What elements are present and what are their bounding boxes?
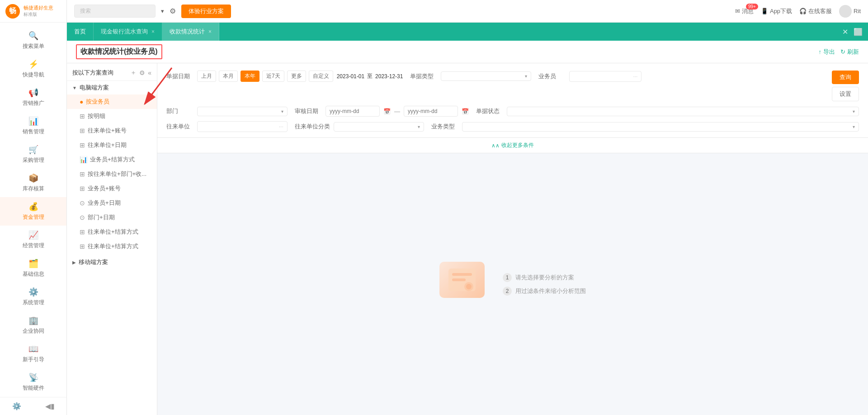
header-nav-dropdown[interactable]: ▾ (161, 8, 164, 14)
date-btn-7days[interactable]: 近7天 (262, 71, 284, 82)
counterparty-more-icon[interactable]: ··· (279, 123, 283, 130)
maximize-icon[interactable]: ⬜ (854, 28, 863, 36)
sidebar-item-guide[interactable]: 📖 新手引导 (0, 340, 66, 368)
scheme-icon-unit-settlement1: ⊞ (80, 228, 85, 236)
date-end: 2023-12-31 (375, 73, 403, 80)
tab-bank-flow[interactable]: 现金银行流水查询 × (94, 23, 162, 41)
scheme-item-unit-settlement1[interactable]: ⊞ 往来单位+结算方式 (67, 225, 157, 239)
scheme-settings-icon[interactable]: ⚙ (139, 69, 145, 76)
counterparty-type-dropdown-icon: ▾ (418, 124, 420, 129)
settings-bottom-icon[interactable]: ⚙️ (12, 402, 21, 410)
sidebar-item-purchase[interactable]: 🛒 采购管理 (0, 140, 66, 169)
scheme-group-desktop-header[interactable]: ▼ 电脑端方案 (67, 81, 157, 94)
doc-status-dropdown-icon: ▾ (853, 109, 855, 114)
scheme-icon-detail: ⊞ (80, 113, 85, 120)
sidebar-item-search-menu[interactable]: 🔍 搜索菜单 (0, 26, 66, 55)
collapse-panel-icon[interactable]: « (148, 69, 151, 76)
sidebar-item-inventory[interactable]: 📦 库存核算 (0, 169, 66, 197)
biz-type-label: 业务类型 (431, 123, 458, 131)
scheme-item-label: 部门+日期 (88, 213, 115, 222)
doc-type-select[interactable]: ▾ (441, 71, 531, 81)
scheme-group-mobile-label: 移动端方案 (79, 258, 108, 266)
review-date-start[interactable] (326, 106, 380, 117)
app-logo: 畅 畅捷通好生意 标准版 (0, 0, 66, 23)
user-menu[interactable]: Rit (839, 5, 861, 18)
doc-type-label: 单据类型 (410, 72, 437, 80)
close-all-tabs-icon[interactable]: ✕ (842, 28, 848, 36)
tip-num-2: 2 (503, 287, 512, 296)
sidebar-item-enterprise[interactable]: 🏢 企业协同 (0, 311, 66, 340)
message-btn[interactable]: ✉ 消息 99+ (735, 7, 754, 15)
sidebar-item-label: 营销推广 (23, 99, 44, 107)
scheme-item-label: 往来单位+结算方式 (88, 242, 138, 250)
date-btn-more[interactable]: 更多 (287, 71, 306, 82)
scheme-item-salesperson-date[interactable]: ⊙ 业务员+日期 (67, 196, 157, 210)
scheme-item-unit-account[interactable]: ⊞ 往来单位+账号 (67, 123, 157, 138)
scheme-icon-salesperson-settlement: 📊 (80, 156, 87, 163)
scheme-item-label: 按业务员 (86, 98, 109, 106)
biz-type-select[interactable]: ▾ (462, 122, 859, 132)
settings-btn[interactable]: 设置 (832, 87, 859, 101)
calendar-end-icon[interactable]: 📅 (462, 108, 469, 115)
purchase-icon: 🛒 (28, 145, 38, 155)
main-content: 搜索 ▾ ⚙ 体验行业方案 ✉ 消息 99+ 📱 App下载 🎧 (67, 0, 868, 415)
counterparty-type-select[interactable]: ▾ (334, 122, 424, 132)
empty-tip-2: 2 用过滤条件来缩小分析范围 (503, 287, 586, 296)
scheme-item-by-salesperson[interactable]: ● 按业务员 (67, 94, 157, 109)
date-btn-this-year[interactable]: 本年 (241, 71, 259, 82)
left-panel-title: 按以下方案查询 (72, 69, 113, 77)
salesperson-more-icon[interactable]: ··· (633, 73, 637, 80)
collapse-bar[interactable]: ∧∧ 收起更多条件 (157, 138, 868, 153)
scheme-item-salesperson-settlement[interactable]: 📊 业务员+结算方式 (67, 152, 157, 167)
scheme-item-unit-date[interactable]: ⊞ 往来单位+日期 (67, 138, 157, 152)
salesperson-input[interactable]: ··· (569, 71, 642, 82)
refresh-label: 刷新 (847, 48, 859, 56)
tab-collection-stats[interactable]: 收款情况统计 × (162, 23, 219, 41)
scheme-icon-unit-date: ⊞ (80, 141, 85, 149)
empty-tip-1: 1 请先选择要分析的方案 (503, 273, 586, 282)
calendar-start-icon[interactable]: 📅 (383, 108, 391, 115)
refresh-btn[interactable]: ↻ 刷新 (840, 48, 859, 56)
trial-btn[interactable]: 体验行业方案 (181, 5, 231, 18)
scheme-item-label: 按往来单位+部门+收... (88, 170, 146, 178)
close-collection-stats-icon[interactable]: × (208, 28, 212, 35)
header-settings-icon[interactable]: ⚙ (170, 7, 176, 15)
sidebar-item-smart-hw[interactable]: 📡 智能硬件 (0, 368, 66, 396)
sidebar-item-finance[interactable]: 💰 资金管理 (0, 197, 66, 226)
date-btn-this-month[interactable]: 本月 (219, 71, 238, 82)
scheme-item-unit-settlement2[interactable]: ⊞ 往来单位+结算方式 (67, 239, 157, 254)
page-actions: ↑ 导出 ↻ 刷新 (819, 48, 859, 56)
sidebar-item-base-info[interactable]: 🗂️ 基础信息 (0, 254, 66, 283)
close-bank-flow-icon[interactable]: × (151, 28, 155, 35)
refresh-icon: ↻ (840, 48, 845, 55)
date-btn-custom[interactable]: 自定义 (309, 71, 333, 82)
query-buttons: 查询 设置 (832, 71, 859, 101)
app-download-btn[interactable]: 📱 App下载 (761, 7, 792, 15)
scheme-group-mobile-header[interactable]: ▶ 移动端方案 (67, 255, 157, 269)
doc-status-select[interactable]: ▾ (507, 107, 859, 116)
scheme-item-by-detail[interactable]: ⊞ 按明细 (67, 109, 157, 123)
online-service-btn[interactable]: 🎧 在线客服 (799, 7, 832, 15)
sidebar-item-system[interactable]: ⚙️ 系统管理 (0, 283, 66, 311)
tab-home[interactable]: 首页 (67, 23, 94, 41)
tip-text-1: 请先选择要分析的方案 (515, 274, 574, 282)
review-date-end[interactable] (404, 106, 458, 117)
add-scheme-icon[interactable]: ＋ (130, 69, 137, 77)
scheme-item-unit-dept-collection[interactable]: ⊞ 按往来单位+部门+收... (67, 167, 157, 181)
dept-select[interactable]: ▾ (197, 107, 288, 116)
sidebar-item-marketing[interactable]: 📢 营销推广 (0, 83, 66, 112)
scheme-item-dept-date[interactable]: ⊙ 部门+日期 (67, 210, 157, 225)
page-title: 收款情况统计(按业务员) (76, 44, 162, 59)
scheme-item-salesperson-account[interactable]: ⊞ 业务员+账号 (67, 181, 157, 196)
logo-name: 畅捷通好生意 (24, 5, 53, 11)
sidebar-item-sales[interactable]: 📊 销售管理 (0, 112, 66, 140)
collapse-sidebar-icon[interactable]: ◀▮ (45, 402, 55, 410)
query-btn[interactable]: 查询 (832, 71, 859, 84)
scheme-icon-dept-date: ⊙ (80, 214, 85, 221)
counterparty-input[interactable]: ··· (197, 121, 288, 132)
sidebar-item-operations[interactable]: 📈 经营管理 (0, 226, 66, 254)
sidebar-item-label: 基础信息 (23, 270, 44, 278)
date-btn-last-month[interactable]: 上月 (197, 71, 216, 82)
sidebar-item-quick-nav[interactable]: ⚡ 快捷导航 (0, 55, 66, 83)
export-btn[interactable]: ↑ 导出 (819, 48, 835, 56)
